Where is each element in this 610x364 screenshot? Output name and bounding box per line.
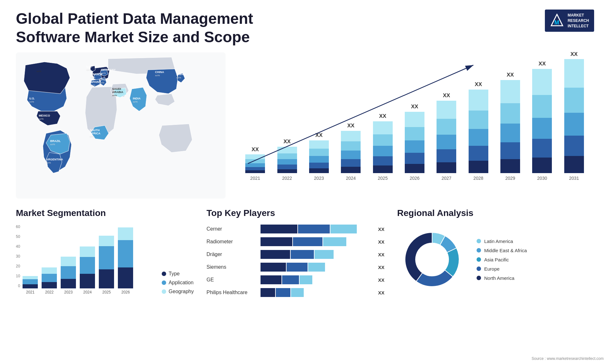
seg-bars: 202120222023202420252026 [23,231,155,294]
seg-bar-stack [61,257,76,288]
seg-bar-seg [42,274,57,282]
bar-stack [309,140,329,173]
bar-group: XX [369,113,396,173]
bar-segment [341,141,361,151]
svg-text:xx%: xx% [176,76,181,79]
player-bar-seg [330,225,357,233]
svg-text:JAPAN: JAPAN [176,73,186,76]
players-title: Top Key Players [207,208,384,218]
player-bar-seg [261,237,292,246]
regional-section: Regional Analysis Latin AmericaMiddle Ea… [397,205,594,304]
bar-segment [309,156,329,163]
logo-icon: M [550,14,564,28]
svg-text:SOUTH: SOUTH [90,129,100,132]
player-row: DrägerXX [207,250,384,259]
svg-text:xx%: xx% [46,161,51,164]
player-bar-seg [298,225,330,233]
seg-bar-seg [61,257,76,266]
seg-bar-seg [23,279,38,284]
player-bar-seg [261,275,281,284]
bar-segment [373,156,393,165]
player-bar-seg [315,250,334,259]
seg-bar-stack [80,246,95,288]
bar-segment [245,167,265,170]
player-bar-seg [291,250,314,259]
player-bar-container [261,250,373,259]
segmentation-section: Market Segmentation 60 50 40 30 20 10 0 … [16,205,194,304]
player-bar-seg [282,275,299,284]
svg-text:CANADA: CANADA [37,66,49,70]
bar-segment [245,170,265,173]
bar-stack [373,121,393,173]
players-list: CernerXXRadiometerXXDrägerXXSiemensXXGEX… [207,225,384,297]
svg-text:MEXICO: MEXICO [39,114,50,117]
bar-group: XX [560,51,588,173]
bar-segment [309,140,329,149]
seg-bar-group: 2026 [118,227,133,294]
bar-stack [405,111,424,173]
bar-segment [532,69,552,95]
bar-segment [341,167,361,173]
seg-bar-seg [118,267,133,288]
svg-text:U.K.: U.K. [86,65,92,68]
svg-text:ITALY: ITALY [99,78,107,81]
legend-dot [162,272,166,276]
seg-bar-stack [99,236,114,288]
svg-text:M: M [554,19,559,26]
bar-segment [564,136,584,156]
bar-stack [341,130,361,173]
regional-legend-dot [477,266,481,271]
bars-row: XXXXXXXXXXXXXXXXXXXXXX [241,59,588,173]
donut-legend-area: Latin AmericaMiddle East & AfricaAsia Pa… [397,225,594,294]
seg-bar-seg [118,227,133,240]
bar-segment [277,147,297,153]
bar-segment [437,119,456,135]
bar-segment [277,153,297,159]
seg-bar-seg [23,276,38,279]
segmentation-title: Market Segmentation [16,208,194,218]
svg-text:xx%: xx% [29,100,34,103]
bar-segment [500,159,520,173]
bar-segment [373,165,393,173]
svg-text:xx%: xx% [155,74,160,77]
donut-svg [397,225,467,294]
seg-bar-seg [80,257,95,274]
bar-segment [277,169,297,173]
seg-bar-seg [23,284,38,288]
regional-legend-item: Asia Pacific [477,257,527,262]
seg-bar-stack [23,276,38,288]
player-bar-seg [276,288,290,297]
logo-text: MARKET RESEARCH INTELLECT [568,13,589,29]
svg-text:xx%: xx% [50,143,55,146]
bar-segment [245,159,265,163]
regional-legend-dot [477,257,481,262]
seg-bar-seg [80,246,95,257]
bar-group: XX [433,92,460,173]
bar-group: XX [273,138,301,173]
bar-segment [277,165,297,169]
player-bar-seg [261,250,290,259]
regional-title: Regional Analysis [397,208,594,218]
seg-bar-stack [118,227,133,288]
svg-text:xx%: xx% [112,94,117,97]
seg-bar-group: 2022 [42,267,57,294]
world-map-svg: CANADA xx% U.S. xx% MEXICO xx% BRAZIL xx… [16,52,226,199]
player-row: RadiometerXX [207,237,384,246]
bar-segment [341,159,361,167]
seg-chart-area: 60 50 40 30 20 10 0 20212022202320242025… [16,225,194,294]
player-bar-seg [261,263,286,272]
bar-segment [437,101,456,119]
regional-legend-dot [477,248,481,253]
seg-bar-seg [61,266,76,279]
bar-segment [469,90,488,111]
bar-segment [500,80,520,103]
bar-segment [564,88,584,113]
svg-text:xx%: xx% [37,70,41,73]
bar-stack [500,79,520,173]
svg-text:BRAZIL: BRAZIL [50,139,61,143]
svg-text:xx%: xx% [91,76,95,79]
svg-text:GERMANY: GERMANY [101,68,116,71]
bar-segment [532,139,552,158]
svg-text:SPAIN: SPAIN [91,80,99,84]
player-bar-container [261,237,373,246]
